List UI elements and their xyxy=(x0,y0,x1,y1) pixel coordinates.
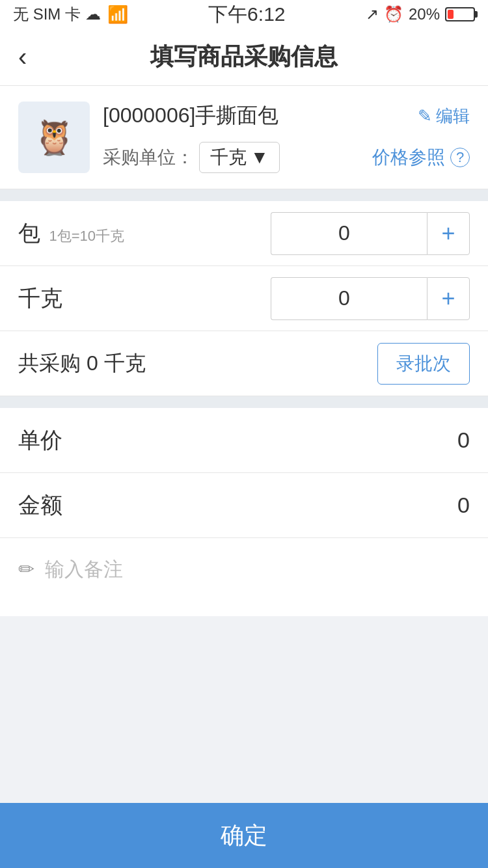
section-divider-2 xyxy=(0,396,488,408)
price-ref-help-icon: ? xyxy=(450,148,470,167)
back-button[interactable]: ‹ xyxy=(18,42,27,72)
amount-label: 金额 xyxy=(18,491,62,521)
note-placeholder: 输入备注 xyxy=(45,556,123,583)
battery-icon xyxy=(445,7,475,21)
confirm-button[interactable]: 确定 xyxy=(0,803,488,868)
kg-input-row: 千克 + xyxy=(0,266,488,331)
summary-row: 共采购 0 千克 录批次 xyxy=(0,331,488,396)
product-unit-row: 采购单位： 千克 ▼ 价格参照 ? xyxy=(103,142,470,173)
price-section: 单价 0 金额 0 xyxy=(0,408,488,538)
price-ref-label: 价格参照 xyxy=(372,145,445,170)
status-left: 无 SIM 卡 ☁ 📶 xyxy=(13,4,128,25)
bag-quantity-input[interactable] xyxy=(271,212,427,255)
unit-price-row: 单价 0 xyxy=(0,408,488,473)
location-icon: ↗ xyxy=(366,5,379,23)
amount-row: 金额 0 xyxy=(0,473,488,538)
bag-input-row: 包 1包=10千克 + xyxy=(0,201,488,266)
amount-value: 0 xyxy=(457,493,470,518)
unit-label: 采购单位： xyxy=(103,145,194,170)
unit-price-value: 0 xyxy=(457,427,470,453)
status-bar: 无 SIM 卡 ☁ 📶 下午6:12 ↗ ⏰ 20% xyxy=(0,0,488,29)
dropdown-chevron-icon: ▼ xyxy=(251,147,269,168)
status-right: ↗ ⏰ 20% xyxy=(366,5,475,23)
alarm-icon: ⏰ xyxy=(384,5,403,23)
product-card: 🦉 [0000006]手撕面包 ✎ 编辑 采购单位： 千克 ▼ 价格参照 ? xyxy=(0,86,488,189)
bottom-spacer xyxy=(0,616,488,831)
product-name: [0000006]手撕面包 xyxy=(103,102,278,130)
unit-price-label: 单价 xyxy=(18,426,62,455)
edit-label: 编辑 xyxy=(436,105,470,128)
edit-button[interactable]: ✎ 编辑 xyxy=(418,105,470,128)
nav-bar: ‹ 填写商品采购信息 xyxy=(0,29,488,86)
bag-sub-label: 1包=10千克 xyxy=(49,228,124,244)
summary-text: 共采购 0 千克 xyxy=(18,349,146,378)
kg-quantity-input[interactable] xyxy=(271,277,427,320)
kg-plus-button[interactable]: + xyxy=(427,277,470,320)
bag-label-group: 包 1包=10千克 xyxy=(18,219,124,249)
bag-plus-button[interactable]: + xyxy=(427,212,470,255)
page-title: 填写商品采购信息 xyxy=(150,41,338,73)
input-section: 包 1包=10千克 + 千克 + xyxy=(0,201,488,331)
section-divider-1 xyxy=(0,189,488,201)
price-ref-button[interactable]: 价格参照 ? xyxy=(372,145,470,170)
product-name-row: [0000006]手撕面包 ✎ 编辑 xyxy=(103,102,470,130)
unit-value: 千克 xyxy=(210,145,247,170)
bag-label: 包 xyxy=(18,221,40,245)
bag-input-control: + xyxy=(124,212,470,255)
wifi-icon: 📶 xyxy=(107,5,128,25)
sim-label: 无 SIM 卡 ☁ xyxy=(13,4,101,25)
note-section[interactable]: ✏ 输入备注 xyxy=(0,538,488,616)
time-display: 下午6:12 xyxy=(208,1,285,28)
battery-percent: 20% xyxy=(409,5,440,23)
kg-input-control: + xyxy=(122,277,470,320)
edit-icon: ✎ xyxy=(418,106,432,126)
product-info: [0000006]手撕面包 ✎ 编辑 采购单位： 千克 ▼ 价格参照 ? xyxy=(103,102,470,173)
batch-button[interactable]: 录批次 xyxy=(377,343,470,385)
pencil-icon: ✏ xyxy=(18,558,34,580)
kg-label: 千克 xyxy=(18,284,122,314)
brand-icon: 🦉 xyxy=(33,118,75,157)
product-logo: 🦉 xyxy=(18,102,90,173)
unit-dropdown[interactable]: 千克 ▼ xyxy=(199,142,280,173)
